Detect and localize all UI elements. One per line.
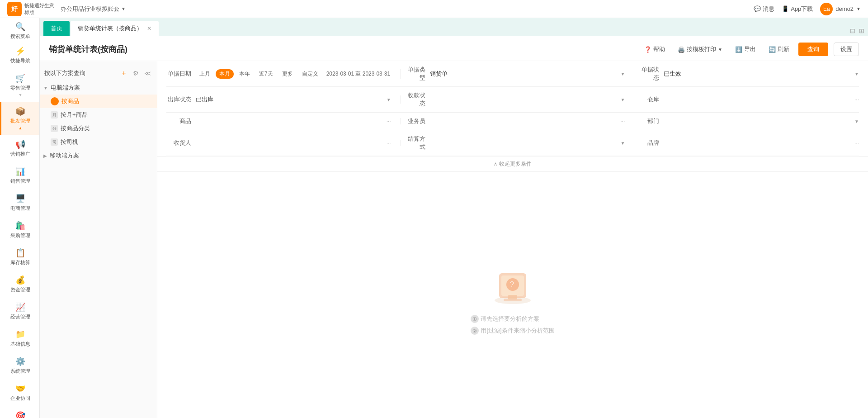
chevron-down-icon: ▼ <box>718 47 722 52</box>
warehouse-label: 出库状态 <box>166 95 196 104</box>
dept-filter[interactable]: ▼ <box>664 119 859 124</box>
storehouse-label: 仓库 <box>634 95 664 104</box>
message-icon: 💬 <box>754 5 761 12</box>
tree-item-by-category[interactable]: 分 按商品分类 <box>40 122 157 135</box>
page-content: 销货单统计表(按商品) ❓ 帮助 🖨️ 按模板打印 ▼ ⬇️ 导出 <box>40 36 868 418</box>
collapse-panel-button[interactable]: ≪ <box>142 68 152 78</box>
tree-item-by-product[interactable]: 按商品 <box>40 95 157 108</box>
message-button[interactable]: 💬 消息 <box>754 5 774 13</box>
tab-sales-stat[interactable]: 销货单统计表（按商品） ✕ <box>71 21 159 36</box>
tab-close-icon[interactable]: ✕ <box>147 25 151 32</box>
query-button[interactable]: 查询 <box>798 43 828 56</box>
wholesale-icon: 📦 <box>15 106 25 116</box>
more-dots[interactable]: ··· <box>387 140 391 146</box>
chevron-down-icon: ▼ <box>856 6 861 11</box>
sidebar: 🔍 搜索菜单 ⚡ 快捷导航 🛒 零售管理 ▼ 📦 批发管理 ▲ 📢 营销推广 📊… <box>0 18 40 418</box>
topbar: 好 畅捷通好生意 标版 办公用品行业模拟账套 ▼ 💬 消息 📱 App下载 Ea… <box>0 0 868 18</box>
app-selector[interactable]: 办公用品行业模拟账套 ▼ <box>58 4 128 14</box>
topbar-right: 💬 消息 📱 App下载 Ea demo2 ▼ <box>754 3 861 15</box>
sidebar-item-marketing[interactable]: 📢 营销推广 <box>0 135 39 162</box>
storehouse-filter[interactable]: ··· <box>664 96 859 103</box>
chevron-down-icon: ▼ <box>620 97 625 102</box>
add-scheme-button[interactable]: + <box>119 68 129 78</box>
sidebar-item-retail[interactable]: 🛒 零售管理 ▼ <box>0 69 39 102</box>
print-icon: 🖨️ <box>678 46 685 53</box>
more-dots[interactable]: ··· <box>854 140 859 146</box>
logo-text: 畅捷通好生意 标版 <box>24 2 54 15</box>
payment-filter[interactable]: ▼ <box>430 141 635 146</box>
sidebar-item-finance[interactable]: 💰 资金管理 <box>0 271 39 298</box>
staff-filter[interactable]: ··· <box>430 118 635 124</box>
doc-status-filter[interactable]: 已生效 ▼ <box>664 70 859 78</box>
date-btn-last-month[interactable]: 上月 <box>196 69 214 79</box>
sidebar-item-ecom[interactable]: 🖥️ 电商管理 <box>0 189 39 216</box>
sidebar-item-inventory[interactable]: 📋 库存核算 <box>0 243 39 271</box>
chevron-right-icon: ▶ <box>43 153 47 158</box>
empty-hints: ① 请先选择要分析的方案 ② 用[过滤]条件来缩小分析范围 <box>471 315 554 335</box>
chevron-down-icon: ▼ <box>620 141 625 146</box>
sidebar-item-quick-nav[interactable]: ⚡ 快捷导航 <box>0 42 39 69</box>
filter-row-3: 商品 ··· 业务员 ··· 部门 <box>166 113 859 130</box>
date-btn-this-month[interactable]: 本月 <box>216 69 234 79</box>
tree-section-mobile[interactable]: ▶ 移动端方案 <box>40 149 157 162</box>
sidebar-item-purchase[interactable]: 🛍️ 采购管理 <box>0 216 39 243</box>
main-layout: 🔍 搜索菜单 ⚡ 快捷导航 🛒 零售管理 ▼ 📦 批发管理 ▲ 📢 营销推广 📊… <box>0 18 868 418</box>
user-menu[interactable]: Ea demo2 ▼ <box>820 3 861 15</box>
logo-area: 好 畅捷通好生意 标版 <box>7 2 54 16</box>
date-btn-7days[interactable]: 近7天 <box>255 69 277 79</box>
sidebar-item-sales[interactable]: 📊 销售管理 <box>0 162 39 189</box>
date-label: 单据日期 <box>166 70 196 78</box>
chevron-down-icon: ▼ <box>854 71 859 76</box>
filter-area: 单据日期 上月 本月 本年 近7天 更多 自定义 2023-03-01 至 20… <box>157 61 868 156</box>
tree-section-pc[interactable]: ▼ 电脑端方案 <box>40 81 157 95</box>
edit-scheme-button[interactable]: ⚙ <box>131 68 141 78</box>
doc-type-filter[interactable]: 销货单 ▼ <box>430 70 635 78</box>
tab-min-icon[interactable]: ⊟ <box>850 27 855 34</box>
receipt-status-label: 收款状态 <box>401 91 430 108</box>
receipt-status-filter[interactable]: ▼ <box>430 97 635 102</box>
tree-item-by-month-product[interactable]: 月 按月+商品 <box>40 108 157 122</box>
sidebar-item-guide[interactable]: 🎯 新手引导 <box>0 406 39 418</box>
consignee-filter[interactable]: ··· <box>196 140 401 146</box>
export-icon: ⬇️ <box>735 46 742 53</box>
doc-status-label: 单据状态 <box>634 66 664 82</box>
brand-label: 品牌 <box>634 139 664 147</box>
tab-max-icon[interactable]: ⊞ <box>859 27 864 34</box>
more-dots[interactable]: ··· <box>854 96 859 103</box>
product-filter[interactable]: ··· <box>196 118 401 124</box>
empty-svg: ? <box>486 255 540 309</box>
tab-home[interactable]: 首页 <box>43 21 70 36</box>
refresh-button[interactable]: 🔄 刷新 <box>765 43 793 55</box>
brand-filter[interactable]: ··· <box>664 140 859 146</box>
date-btn-more[interactable]: 更多 <box>278 69 297 79</box>
page-title: 销货单统计表(按商品) <box>49 44 127 55</box>
sidebar-item-system[interactable]: ⚙️ 系统管理 <box>0 352 39 379</box>
filter-row-4: 收货人 ··· 结算方式 ▼ 品牌 <box>166 130 859 156</box>
mobile-section: ▶ 移动端方案 <box>40 149 157 162</box>
export-button[interactable]: ⬇️ 导出 <box>731 43 760 55</box>
date-btn-custom[interactable]: 自定义 <box>298 69 322 79</box>
empty-state: ? ① 请先选择要分析的方案 ② <box>157 172 868 418</box>
help-icon: ❓ <box>644 46 651 53</box>
left-panel: 按以下方案查询 + ⚙ ≪ ▼ 电脑端方案 <box>40 61 157 418</box>
search-icon: 🔍 <box>15 22 25 32</box>
warehouse-filter[interactable]: 已出库 ▼ <box>196 95 401 104</box>
svg-rect-6 <box>504 299 522 301</box>
sub-icon: 分 <box>51 125 58 132</box>
settings-button[interactable]: 设置 <box>834 43 859 56</box>
collapse-bar[interactable]: ∧ 收起更多条件 <box>157 156 868 172</box>
more-dots[interactable]: ··· <box>387 118 391 124</box>
sidebar-item-wholesale[interactable]: 📦 批发管理 ▲ <box>0 102 39 135</box>
consignee-label: 收货人 <box>166 139 196 147</box>
tree-item-by-cashier[interactable]: 司 按司机 <box>40 135 157 149</box>
chevron-icon: ▲ <box>19 126 23 130</box>
sidebar-item-ops[interactable]: 📈 经营管理 <box>0 298 39 325</box>
sidebar-item-corp[interactable]: 🤝 企业协同 <box>0 379 39 406</box>
date-btn-this-year[interactable]: 本年 <box>236 69 254 79</box>
sidebar-item-search[interactable]: 🔍 搜索菜单 <box>0 18 39 42</box>
template-print-button[interactable]: 🖨️ 按模板打印 ▼ <box>674 43 726 55</box>
app-download-button[interactable]: 📱 App下载 <box>782 5 813 13</box>
more-dots[interactable]: ··· <box>620 118 625 124</box>
help-button[interactable]: ❓ 帮助 <box>641 43 669 55</box>
sidebar-item-basic[interactable]: 📁 基础信息 <box>0 325 39 352</box>
